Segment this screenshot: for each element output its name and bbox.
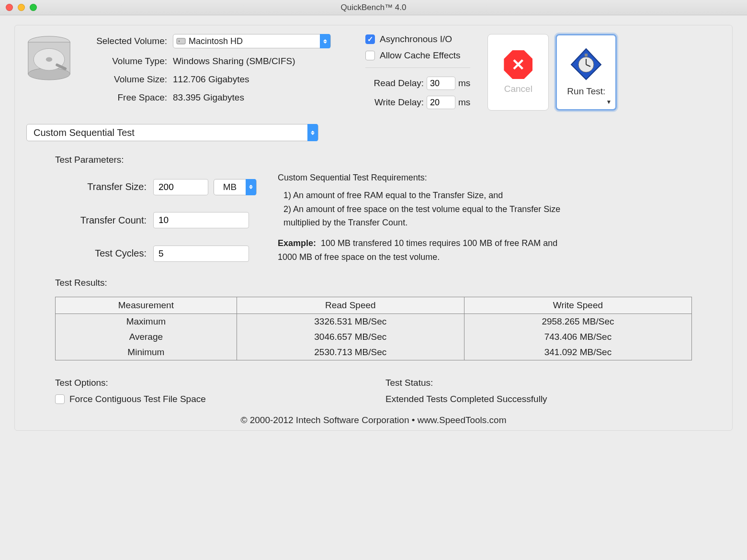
window-title: QuickBench™ 4.0: [0, 3, 747, 12]
svg-rect-10: [585, 54, 588, 56]
volume-type-value: Windows Sharing (SMB/CIFS): [173, 56, 331, 67]
chevron-updown-icon: [320, 34, 330, 48]
test-options-label: Test Options:: [55, 378, 362, 388]
requirement-2: 2) An amount of free space on the test v…: [278, 202, 575, 230]
svg-point-4: [46, 57, 52, 62]
requirements-heading: Custom Sequential Test Requirements:: [278, 171, 575, 185]
write-delay-label: Write Delay:: [365, 97, 424, 108]
table-row: Average 3046.657 MB/Sec 743.406 MB/Sec: [56, 329, 692, 345]
cache-effects-checkbox[interactable]: [365, 51, 375, 60]
write-delay-unit: ms: [458, 97, 470, 108]
chevron-down-icon: ▼: [606, 99, 611, 105]
table-row: Minimum 2530.713 MB/Sec 341.092 MB/Sec: [56, 345, 692, 360]
transfer-size-unit-select[interactable]: MB: [214, 179, 257, 195]
read-delay-input[interactable]: [427, 77, 455, 90]
free-space-value: 83.395 Gigabytes: [173, 92, 331, 103]
async-io-checkbox[interactable]: [365, 34, 375, 44]
results-header-write: Write Speed: [464, 297, 691, 314]
results-header-measurement: Measurement: [56, 297, 237, 314]
test-parameters-label: Test Parameters:: [55, 155, 721, 165]
selected-volume-select[interactable]: Macintosh HD: [173, 34, 331, 48]
read-delay-unit: ms: [458, 78, 470, 89]
results-table: Measurement Read Speed Write Speed Maxim…: [55, 297, 692, 360]
write-delay-input[interactable]: [427, 96, 455, 109]
chevron-updown-icon: [246, 179, 256, 195]
force-contiguous-checkbox[interactable]: [55, 394, 65, 404]
cache-effects-label: Allow Cache Effects: [380, 50, 461, 61]
transfer-count-input[interactable]: [153, 212, 249, 228]
force-contiguous-label: Force Contiguous Test File Space: [69, 394, 206, 404]
run-test-button-label: Run Test:: [567, 86, 605, 97]
hard-drive-icon: [26, 34, 72, 86]
volume-size-value: 112.706 Gigabytes: [173, 74, 331, 85]
selected-volume-label: Selected Volume:: [79, 36, 173, 46]
svg-point-7: [179, 41, 180, 42]
read-delay-label: Read Delay:: [365, 78, 424, 89]
titlebar: QuickBench™ 4.0: [0, 0, 747, 15]
transfer-count-label: Transfer Count:: [55, 215, 153, 226]
svg-rect-6: [177, 38, 185, 44]
stopwatch-icon: [569, 48, 603, 81]
cancel-button[interactable]: ✕ Cancel: [487, 34, 549, 111]
transfer-size-label: Transfer Size:: [55, 181, 153, 192]
chevron-updown-icon: [307, 124, 318, 141]
test-cycles-input[interactable]: [153, 246, 249, 262]
run-test-button[interactable]: Run Test: ▼: [555, 34, 617, 111]
test-status-value: Extended Tests Completed Successfully: [385, 394, 692, 404]
test-status-label: Test Status:: [385, 378, 692, 388]
transfer-size-unit-value: MB: [214, 182, 246, 192]
transfer-size-input[interactable]: [153, 179, 208, 195]
footer-text: © 2000-2012 Intech Software Corporation …: [26, 415, 721, 426]
table-row: Maximum 3326.531 MB/Sec 2958.265 MB/Sec: [56, 314, 692, 329]
test-type-select[interactable]: Custom Sequential Test: [26, 124, 318, 141]
selected-volume-value: Macintosh HD: [189, 36, 317, 46]
async-io-label: Asynchronous I/O: [380, 34, 452, 45]
volume-mini-icon: [176, 37, 186, 45]
volume-size-label: Volume Size:: [79, 74, 173, 85]
cancel-button-label: Cancel: [504, 84, 532, 94]
volume-type-label: Volume Type:: [79, 56, 173, 67]
test-type-value: Custom Sequential Test: [27, 127, 307, 138]
example-text: 100 MB transfered 10 times requires 100 …: [278, 238, 557, 262]
requirement-1: 1) An amount of free RAM equal to the Tr…: [278, 189, 575, 202]
test-results-label: Test Results:: [55, 278, 721, 288]
free-space-label: Free Space:: [79, 92, 173, 103]
example-label: Example:: [278, 238, 316, 248]
results-header-read: Read Speed: [237, 297, 464, 314]
test-cycles-label: Test Cycles:: [55, 248, 153, 259]
stop-icon: ✕: [504, 50, 532, 79]
